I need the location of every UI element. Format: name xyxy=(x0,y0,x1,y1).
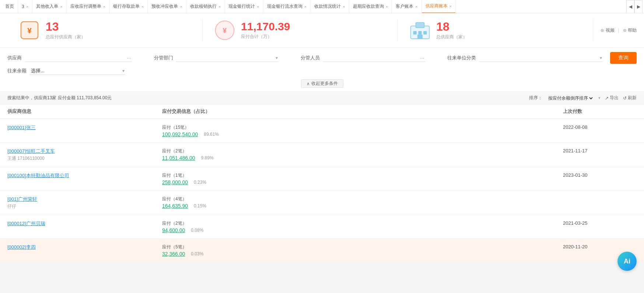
balance-select-wrap: 选择... ▾ xyxy=(29,67,125,75)
query-button[interactable]: 查询 xyxy=(610,52,637,64)
svg-rect-6 xyxy=(413,31,417,34)
refresh-label: 刷新 xyxy=(628,95,637,101)
nav-tab-cash-bank-stat-close[interactable]: × xyxy=(257,4,259,9)
nav-tab-collection-stat-close[interactable]: × xyxy=(343,4,345,9)
summary-text-total-payable: 11,170.39 应付合计（万） xyxy=(241,21,290,40)
result-summary-text: 搜索结果中，供应商13家 应付金额 111,703,854.00元 xyxy=(7,95,112,101)
nav-tab-bank-deposit-close[interactable]: × xyxy=(141,4,144,9)
nav-tab-cash-bank-flow[interactable]: 现金银行流水查询 × xyxy=(263,0,311,13)
nav-tab-supplier-account[interactable]: 供应商账本 × xyxy=(422,0,456,13)
supplier-input[interactable] xyxy=(25,54,132,62)
supplier-info-2: [000007]恒旺二手叉车 王通 17106110000 xyxy=(7,148,162,162)
summary-item-total-suppliers: 18 总供应商（家） xyxy=(398,19,593,41)
unit-class-select[interactable] xyxy=(479,54,603,62)
nav-tab-other-income-label: 其他收入单 xyxy=(36,3,58,10)
trans-label-4: 应付（4笔） xyxy=(162,196,563,202)
trans-row-2: 11,051,486.00 9.89% xyxy=(162,155,563,161)
svg-rect-5 xyxy=(416,23,424,28)
trans-pct-5: 0.08% xyxy=(191,228,203,233)
dept-select-wrap: ▾ xyxy=(176,54,279,62)
trans-amount-6[interactable]: 32,366.00 xyxy=(162,251,185,257)
trans-pct-4: 0.15% xyxy=(194,203,206,208)
nav-tab-bank-deposit[interactable]: 银行存取款单 × xyxy=(109,0,148,13)
nav-tab-cash-bank-stat[interactable]: 现金银行统计 × xyxy=(225,0,263,13)
top-navigation: 首页 3 × 其他收入单 × 应收应付调整单 × 银行存取款单 × 预收冲应收单… xyxy=(0,0,644,13)
supplier-info-1: [000001]张三 xyxy=(7,124,162,131)
supplier-info-3: [000100]本特勤油品有限公司 xyxy=(7,172,162,179)
summary-item-total-payable: ¥ 11,170.39 应付合计（万） xyxy=(203,19,398,41)
person-dots-btn[interactable]: ··· xyxy=(420,55,424,61)
supplier-dots-btn[interactable]: ··· xyxy=(127,55,131,61)
nav-next-arrow[interactable]: ▶ xyxy=(634,0,643,13)
nav-tab-overdue-query-label: 超期应收款查询 xyxy=(353,3,384,10)
export-button[interactable]: ↗ 导出 xyxy=(605,95,619,101)
nav-tab-receivable-exec-close[interactable]: × xyxy=(218,4,221,9)
dept-select[interactable] xyxy=(176,54,279,62)
nav-tab-other-income[interactable]: 其他收入单 × xyxy=(32,0,66,13)
nav-tab-ap-adjustment-label: 应收应付调整单 xyxy=(70,3,101,10)
payable-suppliers-count: 13 xyxy=(46,21,85,32)
trans-amount-4[interactable]: 164,635.90 xyxy=(162,203,188,209)
nav-tab-ap-adjustment[interactable]: 应收应付调整单 × xyxy=(67,0,109,13)
nav-tab-supplier-account-close[interactable]: × xyxy=(449,4,452,8)
summary-bar: ¥ 13 总应付供应商（家） ¥ 11,170.39 应付合计（万） xyxy=(0,13,644,48)
supplier-info-6: [000002]李四 xyxy=(7,244,162,251)
trans-row-1: 100,092,540.00 89.61% xyxy=(162,131,563,137)
nav-tab-supplier-account-label: 供应商账本 xyxy=(426,3,448,9)
transaction-info-4: 应付（4笔） 164,635.90 0.15% xyxy=(162,196,563,209)
trans-amount-1[interactable]: 100,092,540.00 xyxy=(162,131,198,137)
last-pay-date-2: 2021-11-17 xyxy=(563,148,588,154)
supplier-link-6[interactable]: [000002]李四 xyxy=(7,244,162,251)
nav-tab-collection-stat[interactable]: 收款情况统计 × xyxy=(311,0,349,13)
trans-amount-3[interactable]: 258,000.00 xyxy=(162,179,188,185)
transaction-info-3: 应付（1笔） 258,000.00 0.23% xyxy=(162,172,563,185)
nav-tab-advance-collection[interactable]: 预收冲应收单 × xyxy=(148,0,186,13)
supplier-link-4[interactable]: [001]广州荣轩 xyxy=(7,196,162,203)
person-input[interactable] xyxy=(323,54,425,62)
nav-tab-home[interactable]: 首页 xyxy=(1,0,18,13)
ai-label: Ai xyxy=(624,258,630,265)
supplier-link-5[interactable]: [000012]广州贝瑞 xyxy=(7,220,162,227)
summary-text-payable-suppliers: 13 总应付供应商（家） xyxy=(46,21,85,40)
nav-tab-ap-adjustment-close[interactable]: × xyxy=(103,4,105,9)
supplier-field: 供应商 ··· xyxy=(7,54,132,62)
export-label: 导出 xyxy=(610,95,619,101)
nav-tab-other-income-close[interactable]: × xyxy=(60,4,62,9)
trans-amount-2[interactable]: 11,051,486.00 xyxy=(162,155,195,161)
total-suppliers-icon xyxy=(409,19,431,41)
person-field: 分管人员 ··· xyxy=(301,54,425,62)
video-link[interactable]: ⊙ 视频 xyxy=(601,27,614,34)
unit-class-label: 往来单位分类 xyxy=(447,55,476,61)
payable-suppliers-icon: ¥ xyxy=(18,19,41,41)
ai-assistant-button[interactable]: Ai xyxy=(617,252,637,271)
nav-tab-advance-collection-close[interactable]: × xyxy=(180,4,182,9)
supplier-link-1[interactable]: [000001]张三 xyxy=(7,124,162,131)
dept-label: 分管部门 xyxy=(154,55,173,61)
trans-amount-5[interactable]: 94,600.00 xyxy=(162,227,185,233)
balance-label: 往来余额 xyxy=(7,68,27,74)
col-header-supplier: 供应商信息 xyxy=(7,108,162,115)
nav-tab-3-label: 3 xyxy=(22,4,24,9)
nav-tab-3[interactable]: 3 × xyxy=(18,0,32,13)
total-payable-icon: ¥ xyxy=(214,19,236,41)
nav-tab-cash-bank-stat-label: 现金银行统计 xyxy=(228,3,255,10)
nav-tab-receivable-exec[interactable]: 收款核销执行 × xyxy=(186,0,225,13)
collapse-button[interactable]: ∧ 收起更多条件 xyxy=(301,79,343,88)
nav-tab-overdue-query-close[interactable]: × xyxy=(386,4,388,9)
balance-select[interactable]: 选择... xyxy=(29,67,125,75)
nav-prev-arrow[interactable]: ◀ xyxy=(626,0,634,13)
nav-tab-overdue-query[interactable]: 超期应收款查询 × xyxy=(349,0,392,13)
nav-tab-customer-account-close[interactable]: × xyxy=(415,4,417,9)
sort-select[interactable]: 按应付余额倒序排序 xyxy=(547,95,594,101)
last-pay-6: 2020-11-20 xyxy=(563,244,637,249)
supplier-link-3[interactable]: [000100]本特勤油品有限公司 xyxy=(7,172,162,179)
help-link[interactable]: ⊙ 帮助 xyxy=(623,27,637,34)
last-pay-date-3: 2023-01-30 xyxy=(563,172,588,178)
nav-tab-3-close[interactable]: × xyxy=(26,4,28,9)
trans-label-6: 应付（5笔） xyxy=(162,244,563,250)
supplier-link-2[interactable]: [000007]恒旺二手叉车 xyxy=(7,148,162,155)
nav-tab-customer-account[interactable]: 客户账本 × xyxy=(392,0,421,13)
supplier-info-4: [001]广州荣轩 仔仔 xyxy=(7,196,162,210)
refresh-button[interactable]: ↺ 刷新 xyxy=(623,95,637,101)
nav-tab-cash-bank-flow-close[interactable]: × xyxy=(304,4,307,9)
